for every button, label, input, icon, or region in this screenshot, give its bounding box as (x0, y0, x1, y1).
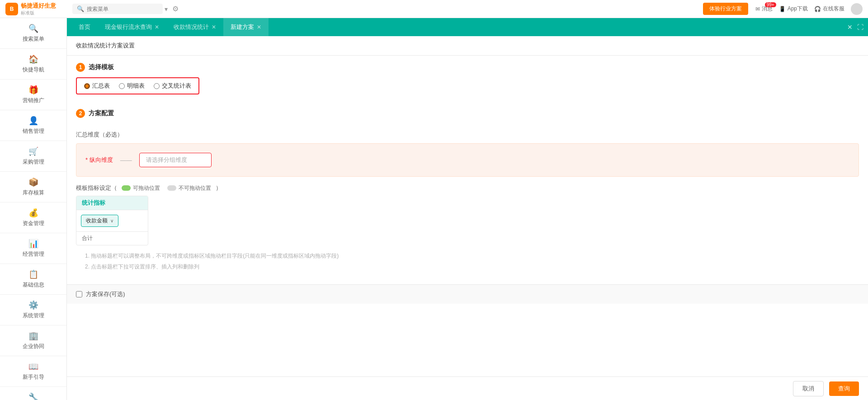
dropdown-icon[interactable]: ▾ (165, 5, 168, 13)
tips-section: 1. 拖动标题栏可以调整布局，不可跨维度或指标区域拖动栏目字段(只能在同一维度或… (76, 247, 859, 277)
page-inner: 收款情况统计方案设置 1 选择模板 汇总表 (67, 36, 868, 376)
tab-bank[interactable]: 现金银行流水查询 ✕ (98, 18, 166, 36)
sidebar-label-marketing: 营销推广 (23, 97, 44, 104)
search-input-wrap[interactable]: 🔍 (72, 4, 163, 14)
indicator-table: 统计指标 收款金额 ∨ 合计 (76, 196, 148, 245)
sidebar-label-operation: 经营管理 (23, 250, 44, 258)
radio-summary-label: 汇总表 (92, 82, 110, 90)
step2-title: 2 方案配置 (76, 109, 859, 118)
sidebar: 🔍 搜索菜单 🏠 快捷导航 🎁 营销推广 👤 销售管理 🛒 采购管理 📦 库存核… (0, 18, 67, 400)
sidebar-item-basic[interactable]: 📋 基础信息 (0, 264, 66, 295)
building-icon: 🏢 (28, 331, 38, 341)
logo-sub: 标准版 (21, 10, 56, 16)
box-icon: 📦 (28, 177, 38, 187)
gift-icon: 🎁 (28, 85, 38, 95)
tab-stats[interactable]: 收款情况统计 ✕ (166, 18, 223, 36)
drop-arrow-icon: ∨ (110, 218, 113, 223)
search-bar: 🔍 ▾ ⚙ (72, 4, 703, 14)
tip-1: 1. 拖动标题栏可以调整布局，不可跨维度或指标区域拖动栏目字段(只能在同一维度或… (85, 251, 850, 261)
step1-num: 1 (76, 63, 85, 72)
tab-stats-label: 收款情况统计 (174, 23, 209, 31)
dimension-label: * 纵向维度 (85, 156, 113, 164)
tip-2: 2. 点击标题栏下拉可设置排序、插入列和删除列 (85, 262, 850, 272)
sidebar-item-nav[interactable]: 🏠 快捷导航 (0, 49, 66, 80)
window-close-btn[interactable]: ✕ (847, 24, 853, 31)
money-icon: 💰 (28, 208, 38, 218)
radio-detail[interactable]: 明细表 (119, 82, 145, 90)
cancel-button[interactable]: 取消 (793, 381, 824, 396)
sidebar-item-finance[interactable]: 💰 资金管理 (0, 202, 66, 233)
tab-bank-close[interactable]: ✕ (155, 24, 159, 30)
gear-icon: ⚙️ (28, 300, 38, 310)
radio-summary[interactable]: 汇总表 (84, 82, 110, 90)
sidebar-item-operation[interactable]: 📊 经营管理 (0, 233, 66, 264)
drag-item-not-draggable: 不可拖动位置 (167, 184, 211, 192)
radio-cross-input[interactable] (154, 83, 160, 89)
logo-area: B 畅捷通好生意 标准版 (5, 2, 72, 16)
indicator-label: 模板指标设定（ 可拖动位置 不可拖动位置 (76, 184, 859, 192)
sidebar-item-search[interactable]: 🔍 搜索菜单 (0, 18, 66, 49)
step1-title: 1 选择模板 (76, 63, 859, 72)
home-icon: 🏠 (28, 54, 38, 64)
step1-label: 选择模板 (89, 63, 114, 71)
sidebar-item-marketing[interactable]: 🎁 营销推广 (0, 80, 66, 110)
sidebar-item-collab[interactable]: 🏢 企业协同 (0, 325, 66, 356)
save-checkbox[interactable] (76, 291, 82, 297)
window-maximize-btn[interactable]: ⛶ (857, 24, 863, 31)
sidebar-label-system: 系统管理 (23, 312, 44, 320)
top-bar: B 畅捷通好生意 标准版 🔍 ▾ ⚙ 体验行业方案 ✉ 消息 99+ 📱 App… (0, 0, 868, 18)
sidebar-item-hardware[interactable]: 🔧 智能硬件 (0, 387, 66, 400)
indicator-section: 模板指标设定（ 可拖动位置 不可拖动位置 (76, 184, 859, 247)
tab-stats-close[interactable]: ✕ (212, 24, 216, 30)
dimension-row: * 纵向维度 —— 请选择分组维度 (85, 153, 849, 167)
settings-icon[interactable]: ⚙ (172, 5, 179, 13)
sidebar-label-nav: 快捷导航 (23, 66, 44, 74)
drag-legend: 可拖动位置 不可拖动位置 (122, 184, 211, 192)
sidebar-label-guide: 新手引导 (23, 373, 44, 381)
footer-bar: 取消 查询 (67, 376, 868, 400)
sidebar-item-purchase[interactable]: 🛒 采购管理 (0, 141, 66, 172)
indicator-label-suffix: ） (216, 184, 222, 192)
download-btn[interactable]: 📱 App下载 (779, 5, 808, 13)
sidebar-item-system[interactable]: ⚙️ 系统管理 (0, 295, 66, 325)
sidebar-item-inventory[interactable]: 📦 库存核算 (0, 172, 66, 202)
main-layout: 🔍 搜索菜单 🏠 快捷导航 🎁 营销推广 👤 销售管理 🛒 采购管理 📦 库存核… (0, 18, 868, 400)
step2-label: 方案配置 (89, 109, 114, 118)
tab-new-close[interactable]: ✕ (257, 24, 261, 30)
config-section: 汇总维度（必选） * 纵向维度 —— 请选择分组维度 (67, 131, 868, 284)
sidebar-label-search: 搜索菜单 (23, 35, 44, 43)
tab-home[interactable]: 首页 (71, 18, 98, 36)
indicator-subtotal: 合计 (76, 231, 148, 245)
search-input[interactable] (87, 6, 150, 12)
industry-btn[interactable]: 体验行业方案 (703, 3, 748, 15)
page-header: 收款情况统计方案设置 (67, 36, 868, 56)
sidebar-label-finance: 资金管理 (23, 220, 44, 227)
query-button[interactable]: 查询 (829, 381, 859, 396)
indicator-tag[interactable]: 收款金额 ∨ (81, 215, 118, 227)
radio-summary-input[interactable] (84, 83, 90, 89)
search-menu-icon: 🔍 (28, 24, 38, 33)
tab-bank-label: 现金银行流水查询 (105, 23, 152, 31)
sidebar-label-sales: 销售管理 (23, 127, 44, 135)
step2-section: 2 方案配置 (67, 102, 868, 131)
radio-detail-input[interactable] (119, 83, 125, 89)
message-btn[interactable]: ✉ 消息 99+ (755, 5, 773, 13)
sidebar-item-guide[interactable]: 📖 新手引导 (0, 356, 66, 387)
arrow-line: —— (120, 157, 132, 164)
step1-section: 1 选择模板 汇总表 明细表 (67, 56, 868, 102)
template-options: 汇总表 明细表 交叉统计表 (76, 77, 199, 94)
drag-dot-draggable (122, 185, 131, 191)
clipboard-icon: 📋 (28, 269, 38, 279)
indicator-label-text: 模板指标设定（ (76, 184, 117, 192)
page-header-title: 收款情况统计方案设置 (76, 42, 135, 49)
sidebar-label-collab: 企业协同 (23, 343, 44, 350)
dimension-select[interactable]: 请选择分组维度 (139, 153, 212, 167)
tab-new[interactable]: 新建方案 ✕ (223, 18, 269, 36)
user-avatar[interactable] (851, 3, 863, 15)
sidebar-item-sales[interactable]: 👤 销售管理 (0, 110, 66, 141)
tab-new-label: 新建方案 (231, 23, 254, 31)
service-btn[interactable]: 🎧 在线客服 (814, 5, 844, 13)
message-icon: ✉ (755, 6, 760, 12)
download-icon: 📱 (779, 6, 786, 12)
radio-cross[interactable]: 交叉统计表 (154, 82, 191, 90)
